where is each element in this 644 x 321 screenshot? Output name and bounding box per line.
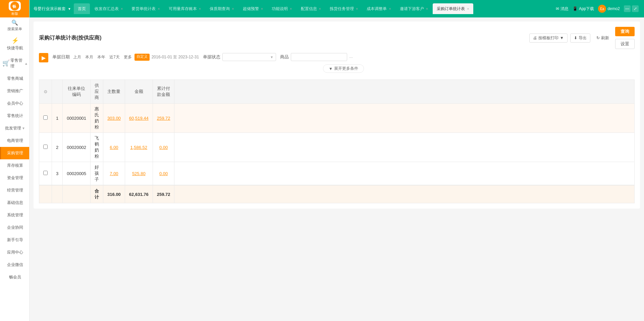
row-2-amount[interactable]: 1,586.52 — [125, 133, 153, 162]
tab-purchase-stat[interactable]: 采购订单统计表 × — [433, 3, 473, 14]
sidebar-item-member[interactable]: 会员中心 — [0, 97, 29, 110]
tab-close-expiry-query[interactable]: × — [232, 7, 234, 11]
row-3-check[interactable] — [43, 171, 48, 175]
sidebar-item-wholesale[interactable]: 批发管理 ▼ — [0, 122, 29, 135]
tab-close-overstock-warning[interactable]: × — [261, 7, 263, 11]
maximize-button[interactable]: ⤢ — [632, 5, 639, 12]
sidebar-item-finance[interactable]: 资金管理 — [0, 172, 29, 184]
table-footer-row: 合计 316.00 62,631.76 259.72 — [39, 185, 635, 203]
row-2-qty[interactable]: 6.00 — [103, 133, 125, 162]
tab-close-inventory-book[interactable]: × — [199, 7, 201, 11]
row-1-checkbox[interactable] — [39, 104, 52, 133]
message-button[interactable]: ✉ 消息 — [556, 6, 569, 12]
tab-close-config[interactable]: × — [319, 7, 321, 11]
tab-close-order-stat[interactable]: × — [158, 7, 160, 11]
sidebar-item-ecommerce[interactable]: 电商管理 — [0, 135, 29, 147]
row-1-paid-amount[interactable]: 259.72 — [153, 104, 174, 133]
sidebar-item-appcenter[interactable]: 应用中心 — [0, 246, 29, 259]
row-2-check[interactable] — [43, 145, 48, 149]
this-month-btn[interactable]: 本月 — [84, 54, 95, 61]
topbar-right: ✉ 消息 📱 App下载 Ea demo2 — ⤢ — [556, 5, 640, 13]
window-buttons: — ⤢ — [624, 5, 639, 12]
tab-overstock-warning[interactable]: 超储预警 × — [239, 3, 267, 14]
7days-btn[interactable]: 近7天 — [108, 54, 121, 61]
search-menu-button[interactable]: 🔍 搜索菜单 — [0, 17, 29, 34]
tab-close-receive-send[interactable]: × — [121, 7, 123, 11]
app-download-button[interactable]: 📱 App下载 — [573, 6, 594, 12]
goods-more-icon[interactable]: ··· — [349, 55, 353, 60]
row-3-supplier-name: 好孩子 — [91, 162, 103, 185]
sidebar-item-retail-stat[interactable]: 零售统计 — [0, 110, 29, 122]
query-button[interactable]: 查询 — [615, 27, 635, 36]
row-3-paid-amount[interactable]: 0.00 — [153, 162, 174, 185]
goods-filter-label: 商品 — [280, 54, 289, 60]
tab-order-stat[interactable]: 要货单统计表 × — [127, 3, 164, 14]
expand-more-btn[interactable]: ▼ 展开更多条件 — [323, 64, 364, 73]
user-avatar[interactable]: Ea demo2 — [598, 5, 620, 13]
row-1-check[interactable] — [43, 115, 48, 120]
footer-paid-amount: 259.72 — [153, 185, 174, 203]
minimize-button[interactable]: — — [624, 5, 631, 12]
row-1-amount[interactable]: 60,519.44 — [125, 104, 153, 133]
retail-icon: 🛒 — [2, 59, 10, 67]
tab-close-purchase-stat[interactable]: × — [467, 7, 469, 11]
sidebar-search[interactable]: 🔍 搜索菜单 — [0, 17, 29, 34]
row-1-qty[interactable]: 303.00 — [103, 104, 125, 133]
refresh-button[interactable]: ↻ 刷新 — [593, 34, 612, 42]
data-table: ⚙ 往来单位编码 供应商 主数量 金额 累计付款金额 — [39, 79, 635, 203]
tab-inventory-book[interactable]: 可用量库存账本 × — [165, 3, 205, 14]
tab-invite-downstream[interactable]: 邀请下游客户 × — [396, 3, 432, 14]
sidebar-item-purchase[interactable]: 采购管理 — [0, 147, 29, 159]
tab-picking-task[interactable]: 拣货任务管理 × — [326, 3, 362, 14]
row-2-paid-amount[interactable]: 0.00 — [153, 133, 174, 162]
status-select[interactable] — [222, 53, 276, 61]
export-button[interactable]: ⬇ 导出 — [570, 34, 590, 43]
date-quick-btns: 上月 本月 本年 近7天 更多 自定义 — [72, 54, 150, 61]
search-icon: 🔍 — [11, 19, 18, 26]
sidebar-item-retail-shop[interactable]: 零售商城 — [0, 72, 29, 85]
table-row: 1 00020001 惠氏奶粉 303.00 60,519.44 259.72 — [39, 104, 635, 133]
last-month-btn[interactable]: 上月 — [72, 54, 83, 61]
tab-close-help[interactable]: × — [290, 7, 292, 11]
sidebar-item-enterprise[interactable]: 企业协同 — [0, 221, 29, 234]
col-settings[interactable]: ⚙ — [39, 80, 52, 104]
filter-area: ▶ 单据日期 上月 本月 本年 近7天 更多 自定义 — [39, 53, 635, 77]
footer-amount: 62,631.76 — [125, 185, 153, 203]
goods-input[interactable] — [291, 53, 347, 61]
tab-close-cost-adjust[interactable]: × — [389, 7, 391, 11]
sidebar-item-newuser[interactable]: 新手引导 — [0, 234, 29, 246]
sidebar-item-inventory[interactable]: 库存核算 — [0, 159, 29, 172]
sidebar-item-wechat[interactable]: 企业微信 — [0, 259, 29, 271]
more-btn[interactable]: 更多 — [122, 54, 133, 61]
row-2-checkbox[interactable] — [39, 133, 52, 162]
sidebar-item-vip[interactable]: 畅会员 — [0, 271, 29, 283]
print-button[interactable]: 🖨 按模板打印 ▼ — [529, 34, 568, 43]
sidebar-item-operations[interactable]: 经营管理 — [0, 184, 29, 197]
tab-receive-send[interactable]: 收发存汇总表 × — [91, 3, 127, 14]
table-settings-icon[interactable]: ⚙ — [44, 89, 48, 94]
toggle-filter-button[interactable]: ▶ — [39, 53, 48, 62]
sidebar-item-basics[interactable]: 基础信息 — [0, 197, 29, 209]
sidebar-item-marketing[interactable]: 营销推广 — [0, 85, 29, 97]
workspace-arrow-icon: ▼ — [68, 7, 71, 11]
export-icon: ⬇ — [574, 36, 577, 40]
custom-date-badge[interactable]: 自定义 — [135, 54, 150, 61]
row-3-amount[interactable]: 525.80 — [125, 162, 153, 185]
row-3-checkbox[interactable] — [39, 162, 52, 185]
sidebar-item-system[interactable]: 系统管理 — [0, 209, 29, 221]
date-filter-label: 单据日期 — [52, 54, 70, 60]
tab-cost-adjust[interactable]: 成本调整单 × — [363, 3, 395, 14]
tab-config[interactable]: 配置信息 × — [297, 3, 325, 14]
tab-close-picking-task[interactable]: × — [356, 7, 358, 11]
sidebar-item-shortcut[interactable]: ⚡ 快捷导航 — [0, 34, 29, 54]
table-footer: 合计 316.00 62,631.76 259.72 — [39, 185, 635, 203]
row-3-qty[interactable]: 7.00 — [103, 162, 125, 185]
this-year-btn[interactable]: 本年 — [96, 54, 107, 61]
status-select-wrapper: ▼ — [222, 53, 276, 61]
tab-expiry-query[interactable]: 保质期查询 × — [206, 3, 238, 14]
tab-close-invite-downstream[interactable]: × — [426, 7, 428, 11]
tab-home[interactable]: 首页 — [74, 3, 90, 14]
sidebar-item-retail[interactable]: 🛒 零售管理 ▲ — [0, 54, 29, 72]
setting-button[interactable]: 设置 — [615, 39, 635, 49]
tab-help[interactable]: 功能说明 × — [268, 3, 296, 14]
